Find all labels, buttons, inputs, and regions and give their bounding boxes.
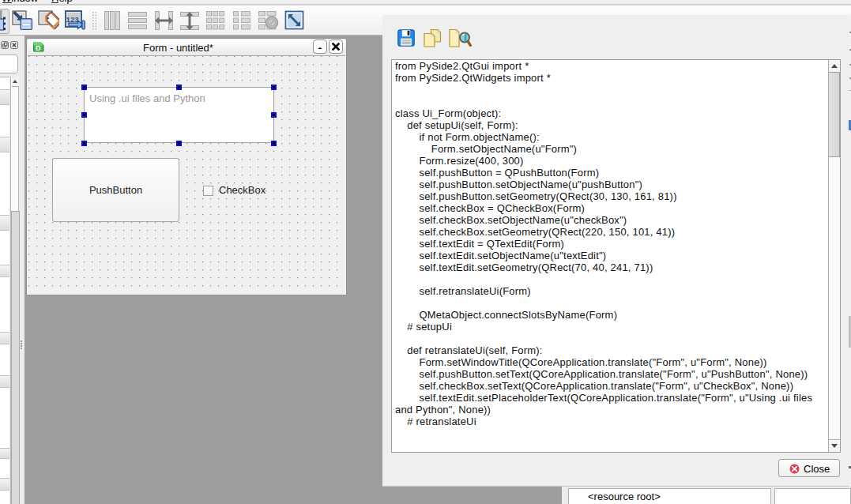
svg-text:D: D [36, 44, 41, 52]
svg-text:123: 123 [66, 15, 79, 24]
